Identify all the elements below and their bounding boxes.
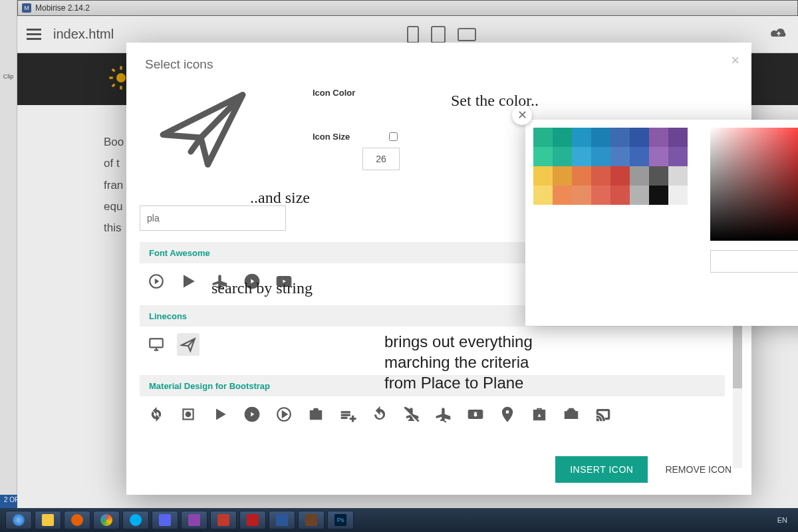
icon-preview: [153, 80, 253, 182]
color-swatch[interactable]: [553, 186, 572, 205]
paper-plane-icon[interactable]: [177, 333, 200, 356]
brightness-icon[interactable]: [177, 403, 200, 426]
color-swatch[interactable]: [668, 186, 688, 205]
color-swatch[interactable]: [668, 128, 688, 147]
color-gradient-area: ✕: [710, 128, 798, 241]
color-swatch[interactable]: [572, 186, 591, 205]
color-picker-close-button[interactable]: ✕: [512, 105, 532, 125]
cast-icon[interactable]: [592, 403, 614, 426]
play-arrow-icon[interactable]: [209, 403, 231, 426]
play-icon[interactable]: [177, 270, 200, 293]
play-circle-outline-icon[interactable]: [273, 403, 295, 426]
remove-icon-button[interactable]: REMOVE ICON: [665, 464, 732, 475]
work-icon[interactable]: [305, 403, 327, 426]
local-play-icon[interactable]: [464, 403, 487, 426]
icon-size-input[interactable]: [362, 148, 400, 170]
start-button[interactable]: [5, 511, 32, 529]
color-swatch[interactable]: [610, 166, 630, 186]
color-swatch[interactable]: [533, 147, 553, 166]
place-icon[interactable]: [496, 403, 519, 426]
color-swatch[interactable]: [572, 147, 591, 166]
shop-icon[interactable]: [528, 403, 551, 426]
color-swatch[interactable]: [649, 166, 668, 186]
color-swatch[interactable]: [630, 147, 649, 166]
color-swatch[interactable]: [553, 128, 572, 147]
display-icon[interactable]: [145, 333, 168, 356]
taskbar-firefox[interactable]: [64, 511, 90, 529]
svg-point-14: [186, 412, 191, 417]
airplanemode-off-icon[interactable]: [400, 403, 423, 426]
taskbar-skype[interactable]: [122, 511, 149, 529]
icon-search-input[interactable]: [140, 205, 286, 231]
taskbar-app[interactable]: [181, 511, 207, 529]
color-swatch[interactable]: [533, 186, 553, 205]
color-swatch[interactable]: [572, 166, 591, 186]
autorenew-icon[interactable]: [145, 403, 168, 426]
taskbar-photoshop[interactable]: Ps: [327, 511, 354, 529]
color-swatch[interactable]: [533, 166, 553, 186]
modal-close-button[interactable]: ×: [731, 52, 739, 69]
color-swatch[interactable]: [553, 147, 572, 166]
svg-rect-12: [150, 338, 163, 347]
color-swatch[interactable]: [553, 166, 572, 186]
color-swatch[interactable]: [572, 128, 591, 147]
play-circle-filled-icon[interactable]: [241, 403, 263, 426]
taskbar-app[interactable]: [152, 511, 178, 529]
color-swatch[interactable]: [610, 186, 630, 205]
color-swatch[interactable]: [668, 147, 688, 166]
color-swatch[interactable]: [649, 128, 668, 147]
icon-section-material: Material Design for Bootstrap: [140, 375, 725, 432]
modal-title: Select icons: [145, 57, 733, 72]
select-icons-modal: Select icons × Icon Color Icon Size Font…: [126, 43, 751, 495]
color-swatch[interactable]: [649, 147, 668, 166]
taskbar-mobirise[interactable]: [210, 511, 237, 529]
color-swatch[interactable]: [649, 186, 668, 205]
color-swatch[interactable]: [591, 147, 610, 166]
color-swatch[interactable]: [630, 166, 649, 186]
insert-icon-button[interactable]: INSERT ICON: [555, 456, 648, 483]
taskbar-filezilla[interactable]: [239, 511, 266, 529]
color-swatch[interactable]: [610, 147, 630, 166]
color-picker-popover: ✕ Less < ✕: [525, 120, 798, 326]
replay-icon[interactable]: [368, 403, 391, 426]
color-swatch[interactable]: [610, 128, 630, 147]
airplanemode-on-icon[interactable]: [432, 403, 455, 426]
taskbar-word[interactable]: [269, 511, 295, 529]
taskbar-app[interactable]: [298, 511, 325, 529]
color-saturation-field[interactable]: [710, 128, 798, 241]
icon-size-label: Icon Size: [313, 132, 350, 142]
color-hex-input[interactable]: [710, 250, 798, 273]
playlist-add-icon[interactable]: [336, 403, 359, 426]
color-swatch[interactable]: [591, 186, 610, 205]
color-swatch[interactable]: [630, 128, 649, 147]
play-circle-icon[interactable]: [241, 270, 263, 293]
windows-taskbar[interactable]: Ps EN: [0, 508, 798, 532]
color-swatch[interactable]: [533, 128, 553, 147]
play-circle-o-icon[interactable]: [145, 270, 168, 293]
icon-color-label: Icon Color: [313, 88, 355, 98]
shop-two-icon[interactable]: [560, 403, 583, 426]
color-swatch[interactable]: [630, 186, 649, 205]
system-tray-lang[interactable]: EN: [777, 516, 793, 524]
plane-icon[interactable]: [209, 270, 231, 293]
color-swatch[interactable]: [591, 128, 610, 147]
icon-size-checkbox[interactable]: [389, 132, 398, 141]
taskbar-chrome[interactable]: [93, 511, 120, 529]
section-header[interactable]: Material Design for Bootstrap: [140, 375, 725, 396]
color-swatch[interactable]: [591, 166, 610, 186]
color-swatch[interactable]: [668, 166, 688, 186]
taskbar-explorer[interactable]: [35, 511, 61, 529]
youtube-play-icon[interactable]: [273, 270, 295, 293]
